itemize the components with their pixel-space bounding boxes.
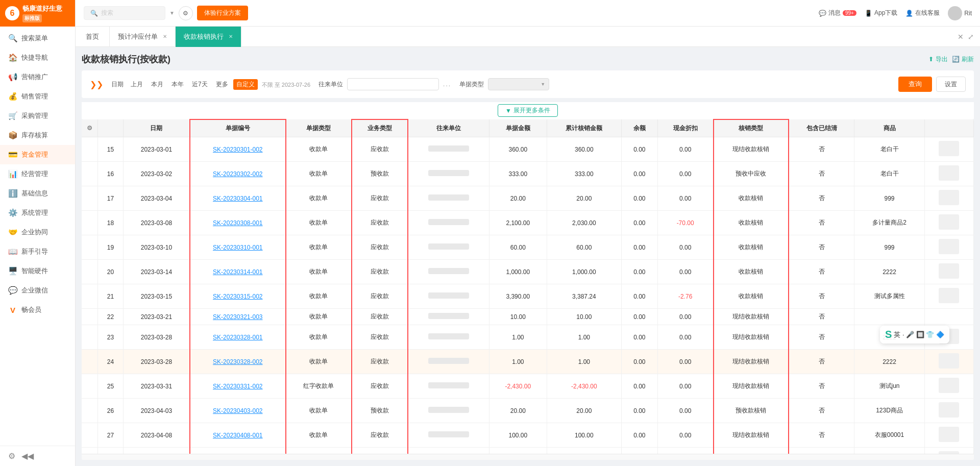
doc-no-link[interactable]: SK-20230301-002: [213, 146, 262, 153]
sidebar-item-search[interactable]: 🔍 搜索菜单: [0, 29, 75, 48]
td-cash-discount: 0.00: [657, 350, 713, 374]
industry-button[interactable]: 体验行业方案: [197, 6, 248, 20]
sidebar-item-marketing[interactable]: 📢 营销推广: [0, 67, 75, 87]
sidebar-item-quick-nav[interactable]: 🏠 快捷导航: [0, 48, 75, 67]
expand-more-area: ▼ 展开更多条件: [82, 102, 974, 119]
tab-close-icon[interactable]: ✕: [163, 34, 167, 39]
settings-button[interactable]: 设置: [936, 77, 966, 92]
service-item[interactable]: 👤 在线客服: [905, 9, 940, 17]
export-button[interactable]: ⬆ 导出: [928, 55, 948, 64]
doc-no-link[interactable]: SK-20230308-001: [213, 219, 262, 227]
collapse-icon[interactable]: ◀◀: [21, 451, 34, 461]
sidebar-item-hardware[interactable]: 🖥️ 智能硬件: [0, 261, 75, 281]
refresh-button[interactable]: 🔄 刷新: [952, 55, 974, 64]
app-download-item[interactable]: 📱 App下载: [865, 9, 897, 17]
sidebar-menu: 🔍 搜索菜单 🏠 快捷导航 📢 营销推广 💰 销售管理 🛒 采购管理 📦 库存核…: [0, 27, 75, 446]
tab-collection-cancel[interactable]: 收款核销执行 ✕: [176, 27, 241, 47]
td-cancel-type: 收款核销: [714, 284, 789, 309]
doc-no-link[interactable]: SK-20230321-003: [213, 313, 262, 321]
td-cash-discount: 0.00: [657, 186, 713, 211]
doc-type-label: 单据类型: [459, 80, 484, 89]
td-doc-type: 红字收款单: [286, 374, 352, 399]
table-row: 16 2023-03-02 SK-20230302-002 收款单 预收款 33…: [82, 162, 974, 186]
date-btn-custom[interactable]: 自定义: [233, 79, 258, 90]
doc-no-link[interactable]: SK-20230328-002: [213, 358, 262, 365]
settings-btn[interactable]: ⚙: [179, 6, 193, 20]
column-settings-icon[interactable]: ⚙: [87, 125, 92, 132]
sales-icon: 💰: [8, 92, 17, 101]
td-settings: [82, 448, 98, 454]
td-biz-type: 应收款: [352, 284, 408, 309]
doc-no-link[interactable]: SK-20230304-001: [213, 195, 262, 202]
sidebar-item-guide[interactable]: 📖 新手引导: [0, 242, 75, 261]
td-doc-no: SK-20230331-002: [190, 374, 286, 399]
td-partner: [408, 374, 489, 399]
sidebar-item-sales[interactable]: 💰 销售管理: [0, 87, 75, 106]
sidebar-item-operation[interactable]: 📊 经营管理: [0, 164, 75, 184]
sidebar-item-label: 企业协同: [21, 228, 48, 237]
tab-expand-btn[interactable]: ⤢: [968, 33, 974, 41]
sidebar-item-basic[interactable]: ℹ️ 基础信息: [0, 184, 75, 203]
td-settings: [82, 137, 98, 162]
tab-close-active-icon[interactable]: ✕: [229, 34, 233, 39]
td-row-no: 25: [98, 374, 124, 399]
query-button[interactable]: 查询: [898, 77, 932, 92]
td-row-no: 28: [98, 448, 124, 454]
td-partner: [408, 325, 489, 350]
td-biz-type: 预收款: [352, 162, 408, 186]
td-include-settled: 否: [789, 284, 854, 309]
sidebar-item-member[interactable]: V 畅会员: [0, 300, 75, 320]
settings-icon[interactable]: ⚙: [8, 451, 15, 461]
date-btn-more[interactable]: 更多: [213, 79, 231, 90]
doc-no-link[interactable]: SK-20230328-001: [213, 334, 262, 341]
sidebar-item-system[interactable]: ⚙️ 系统管理: [0, 203, 75, 223]
hardware-icon: 🖥️: [8, 266, 17, 276]
td-goods: [854, 309, 925, 325]
table-bottom-scrollbar[interactable]: [82, 454, 974, 460]
doc-no-link[interactable]: SK-20230403-002: [213, 407, 262, 414]
doc-no-link[interactable]: SK-20230315-002: [213, 293, 262, 300]
sidebar-item-label: 资金管理: [21, 150, 48, 159]
search-box[interactable]: 🔍 搜索: [84, 6, 165, 20]
dropdown-arrow-icon[interactable]: ▼: [169, 10, 175, 16]
doc-no-link[interactable]: SK-20230314-001: [213, 268, 262, 276]
sidebar-item-purchase[interactable]: 🛒 采购管理: [0, 106, 75, 126]
date-btn-last-month[interactable]: 上月: [128, 79, 146, 90]
expand-more-button[interactable]: ▼ 展开更多条件: [498, 104, 558, 117]
date-btn-this-month[interactable]: 本月: [148, 79, 166, 90]
partner-input[interactable]: [347, 78, 439, 90]
date-btn-7days[interactable]: 近7天: [189, 79, 211, 90]
doc-no-link[interactable]: SK-20230302-002: [213, 170, 262, 178]
date-btn-this-year[interactable]: 本年: [168, 79, 187, 90]
table-header-row: ⚙ 日期 单据编号 单据类型 业务类型 往来单位 单据金额 累计核销金额 余额 …: [82, 119, 974, 137]
more-dots[interactable]: ...: [443, 81, 451, 88]
table-scroll[interactable]: ⚙ 日期 单据编号 单据类型 业务类型 往来单位 单据金额 累计核销金额 余额 …: [82, 119, 974, 454]
doc-type-select[interactable]: [488, 78, 549, 90]
td-doc-no: SK-20230328-002: [190, 350, 286, 374]
td-include-settled: 否: [789, 448, 854, 454]
doc-no-link[interactable]: SK-20230331-002: [213, 383, 262, 390]
td-biz-type: 应收款: [352, 325, 408, 350]
table-row: 17 2023-03-04 SK-20230304-001 收款单 应收款 20…: [82, 186, 974, 211]
sidebar-item-inventory[interactable]: 📦 库存核算: [0, 126, 75, 145]
td-row-no: 24: [98, 350, 124, 374]
td-cash-discount: 0.00: [657, 309, 713, 325]
export-icon: ⬆: [928, 56, 934, 63]
user-item[interactable]: Rit: [948, 6, 972, 20]
sidebar-item-wechat[interactable]: 💬 企业微信: [0, 281, 75, 300]
tab-home[interactable]: 首页: [76, 27, 110, 47]
filter-expand-icon[interactable]: ❯❯: [90, 80, 103, 89]
tab-advance-payment[interactable]: 预计冲应付单 ✕: [110, 27, 176, 47]
sidebar-item-finance[interactable]: 💳 资金管理: [0, 145, 75, 164]
sidebar-item-enterprise[interactable]: 🤝 企业协同: [0, 223, 75, 242]
message-item[interactable]: 💬 消息 99+: [819, 9, 856, 17]
doc-no-link[interactable]: SK-20230408-001: [213, 432, 262, 439]
td-balance: 0.00: [621, 260, 657, 284]
tab-close-btn[interactable]: ✕: [958, 33, 964, 41]
td-doc-no: SK-20230403-002: [190, 399, 286, 423]
td-cash-discount: 0.00: [657, 423, 713, 448]
header-left: 🔍 搜索 ▼ ⚙ 体验行业方案: [84, 6, 248, 20]
sidebar: 6 畅康道好生意 标推版 🔍 搜索菜单 🏠 快捷导航 📢 营销推广 💰 销售管理…: [0, 0, 76, 466]
doc-no-link[interactable]: SK-20230310-001: [213, 244, 262, 251]
user-avatar: [948, 6, 962, 20]
